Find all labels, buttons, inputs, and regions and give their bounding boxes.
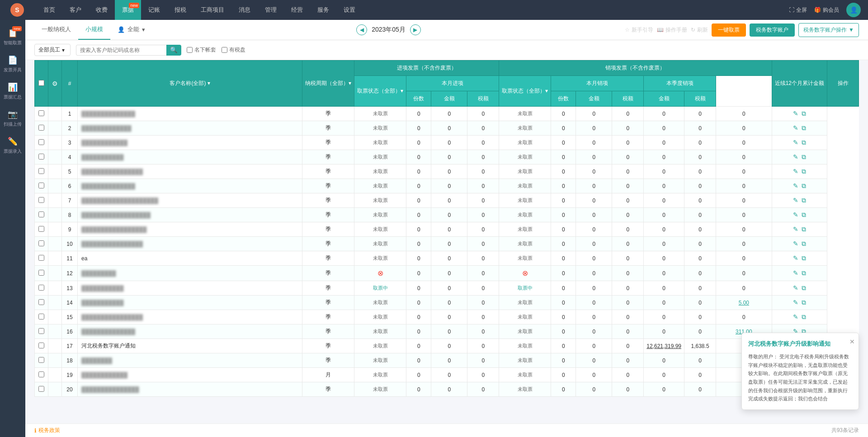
row-customer-name[interactable]: ██████████████ [78,324,302,339]
edit-icon[interactable]: ✎ [793,124,798,132]
tab-small-scale[interactable]: 小规模 [78,20,110,40]
edit-icon[interactable]: ✎ [793,313,798,320]
row-checkbox[interactable] [38,255,44,261]
nav-item-工商项目[interactable]: 工商项目 [193,0,231,20]
row-cumulative[interactable]: 0 [716,208,772,222]
edit-icon[interactable]: ✎ [793,153,798,160]
row-checkbox[interactable] [38,270,44,276]
edit-icon[interactable]: ✎ [793,240,798,247]
notification-close-btn[interactable]: ✕ [849,337,855,347]
row-cumulative[interactable]: 0 [716,310,772,324]
tax-digital-btn[interactable]: 税务数字账户 [750,23,795,37]
row-checkbox[interactable] [38,154,44,160]
row-checkbox[interactable] [38,285,44,291]
nav-item-设置[interactable]: 设置 [336,0,363,20]
row-checkbox[interactable] [38,183,44,188]
row-cumulative[interactable]: 0 [716,193,772,208]
row-checkbox[interactable] [38,110,44,116]
row-customer-name[interactable]: ████████████ [78,368,302,382]
row-checkbox[interactable] [38,211,44,217]
edit-icon[interactable]: ✎ [793,182,798,189]
row-cumulative[interactable]: 0 [716,107,772,121]
row-q-amount[interactable]: 12,621,319.99 [644,339,684,353]
row-customer-name[interactable]: █████████ [78,266,302,281]
nav-item-客户[interactable]: 客户 [62,0,89,20]
has-tax-filter[interactable]: 有税盘 [222,46,245,54]
row-checkbox[interactable] [38,343,44,348]
new-guide-btn[interactable]: ☆ 新手引导 [625,26,653,34]
row-customer-name[interactable]: ████████ [78,353,302,368]
row-checkbox[interactable] [38,371,44,377]
nav-item-消息[interactable]: 消息 [231,0,258,20]
row-checkbox[interactable] [38,299,44,305]
select-all-checkbox[interactable] [38,80,44,86]
nav-item-报税[interactable]: 报税 [167,0,193,20]
row-customer-name[interactable]: 河北税务数字账户通知 [78,339,302,353]
copy-icon[interactable]: ⧉ [802,269,806,277]
row-customer-name[interactable]: ████████████████████ [78,193,302,208]
copy-icon[interactable]: ⧉ [802,211,806,218]
tax-digital-ops-btn[interactable]: 税务数字账户操作 ▼ [798,23,859,37]
row-customer-name[interactable]: ████████████████ [78,237,302,251]
row-checkbox[interactable] [38,168,44,174]
copy-icon[interactable]: ⧉ [802,182,806,189]
copy-icon[interactable]: ⧉ [802,240,806,247]
sidebar-item-智能取票[interactable]: new📋智能取票 [0,23,25,51]
sidebar-item-票据录入[interactable]: ✏️票据录入 [0,132,25,159]
copy-icon[interactable]: ⧉ [802,254,806,262]
search-input[interactable] [76,45,166,56]
th-tax-period[interactable]: 纳税周期（全部）▾ [302,61,354,107]
nav-item-收费[interactable]: 收费 [89,0,115,20]
edit-icon[interactable]: ✎ [793,226,798,233]
row-checkbox[interactable] [38,125,44,131]
one-click-ticket-btn[interactable]: 一键取票 [712,23,746,37]
copy-icon[interactable]: ⧉ [802,139,806,146]
edit-icon[interactable]: ✎ [793,197,798,204]
sub-ledger-filter[interactable]: 名下帐套 [187,46,216,54]
row-checkbox[interactable] [38,314,44,320]
sidebar-item-扫描上传[interactable]: 📷扫描上传 [0,105,25,132]
copy-icon[interactable]: ⧉ [802,226,806,233]
sidebar-item-发票开具[interactable]: 📄发票开具 [0,51,25,78]
sidebar-item-票据汇总[interactable]: 📊票据汇总 [0,78,25,105]
row-cumulative[interactable]: 0 [716,281,772,296]
copy-icon[interactable]: ⧉ [802,284,806,291]
row-cumulative[interactable]: 0 [716,164,772,179]
nav-item-服务[interactable]: 服务 [310,0,336,20]
nav-item-经营[interactable]: 经营 [284,0,310,20]
next-month-btn[interactable]: ▶ [410,24,421,35]
row-customer-name[interactable]: █████████████ [78,121,302,136]
vip-btn[interactable]: 🎁 购会员 [814,6,839,14]
tab-general-taxpayer[interactable]: 一般纳税人 [34,20,78,40]
copy-icon[interactable]: ⧉ [802,299,806,306]
nav-item-记账[interactable]: 记账 [141,0,167,20]
row-customer-name[interactable]: ea [78,251,302,266]
row-cumulative[interactable]: 0 [716,121,772,136]
row-checkbox[interactable] [38,328,44,334]
row-checkbox[interactable] [38,240,44,246]
edit-icon[interactable]: ✎ [793,139,798,146]
row-customer-name[interactable]: ███████████ [78,281,302,296]
row-customer-name[interactable]: ████████████████ [78,164,302,179]
th-customer-name[interactable]: 客户名称(全部) ▾ [78,61,302,107]
search-btn[interactable]: 🔍 [166,45,181,56]
manual-btn[interactable]: 📖 操作手册 [657,26,687,34]
th-out-status[interactable]: 取票状态（全部）▾ [499,76,551,107]
user-avatar[interactable]: 👤 [846,3,861,17]
tax-policy-link[interactable]: ℹ 税务政策 [34,427,60,434]
edit-icon[interactable]: ✎ [793,110,798,117]
copy-icon[interactable]: ⧉ [802,153,806,160]
row-cumulative[interactable]: 0 [716,222,772,237]
nav-item-管理[interactable]: 管理 [258,0,284,20]
copy-icon[interactable]: ⧉ [802,124,806,132]
nav-item-首页[interactable]: 首页 [36,0,62,20]
sub-ledger-checkbox[interactable] [187,47,193,53]
edit-icon[interactable]: ✎ [793,211,798,218]
row-customer-name[interactable]: ████████████████ [78,310,302,324]
row-cumulative[interactable]: 0 [716,179,772,193]
th-in-status[interactable]: 取票状态（全部）▾ [354,76,406,107]
row-customer-name[interactable]: ████████████ [78,136,302,150]
row-cumulative[interactable]: 0 [716,251,772,266]
settings-icon[interactable]: ⚙ [52,80,58,87]
edit-icon[interactable]: ✎ [793,299,798,306]
